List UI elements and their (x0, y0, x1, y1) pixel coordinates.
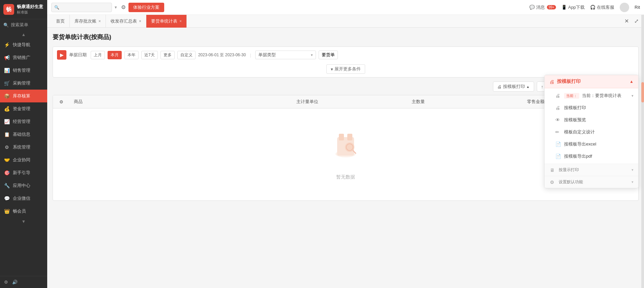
dropdown-item-export-excel[interactable]: 📄 按模板导出excel (545, 138, 638, 150)
tab-order-stats[interactable]: 要货单统计表 × (146, 15, 187, 28)
online-service-btn[interactable]: 🎧 在线客服 (590, 4, 614, 10)
topbar-chevron-icon[interactable]: ▾ (115, 5, 117, 10)
col-settings[interactable]: ⚙ (53, 99, 70, 104)
order-type-label: 要货单 (322, 52, 335, 58)
print-arrow-icon: ▲ (526, 85, 530, 89)
tab-summary-label: 收发存汇总表 (111, 18, 137, 24)
date-btn-last-month[interactable]: 上月 (91, 51, 105, 59)
member-icon: 👑 (3, 209, 10, 214)
right-scrollbar[interactable] (641, 15, 644, 288)
filter-bar: ▶ 单据日期 上月 本月 本年 近7天 更多 自定义 2023-06-01 至 … (53, 46, 639, 77)
sidebar-search[interactable]: 🔍 搜索菜单 (0, 19, 47, 31)
user-avatar[interactable] (620, 3, 629, 12)
tab-close-btn[interactable]: ✕ (623, 17, 630, 26)
dropdown-item-template-design[interactable]: ✏ 模板自定义设计 (545, 126, 638, 138)
dropdown-set-default[interactable]: ⚙ 设置默认功能 ▾ (545, 176, 638, 188)
sidebar-item-sales[interactable]: 📊 销售管理 (0, 64, 47, 77)
date-btn-current-year[interactable]: 本年 (124, 51, 139, 59)
experience-btn[interactable]: 体验行业方案 (128, 3, 164, 12)
print-header-icon: 🖨 (549, 79, 554, 85)
online-service-label: 在线客服 (597, 4, 614, 10)
sidebar-item-purchase[interactable]: 🛒 采购管理 (0, 77, 47, 90)
date-btn-more[interactable]: 更多 (160, 51, 175, 59)
sidebar-item-member[interactable]: 👑 畅会员 (0, 205, 47, 218)
set-default-label: 设置默认功能 (559, 179, 632, 185)
tab-home[interactable]: 首页 (51, 15, 70, 28)
sidebar-item-inventory[interactable]: 📦 库存核算 (0, 90, 47, 102)
order-type-tag[interactable]: 要货单 (319, 51, 338, 59)
display-print-icon: 🖥 (550, 167, 555, 173)
tab-order-stats-close[interactable]: × (179, 19, 182, 24)
speaker-icon[interactable]: 🔊 (12, 280, 18, 285)
print-template-btn[interactable]: 🖨 按模板打印 ▲ (493, 82, 534, 92)
tab-summary-close[interactable]: × (139, 19, 141, 24)
scroll-up-btn[interactable]: ▲ (0, 31, 47, 38)
dropdown-header-arrow-icon: ▲ (630, 79, 634, 84)
message-btn[interactable]: 💬 消息 99+ (529, 4, 556, 10)
tab-batch[interactable]: 库存批次账 × (70, 15, 106, 28)
shortcut-icon: ⚡ (3, 42, 10, 47)
col-settings-icon: ⚙ (59, 99, 63, 104)
col-unit: 主计量单位 (292, 99, 408, 105)
date-btn-current-month[interactable]: 本月 (108, 51, 122, 59)
tab-summary[interactable]: 收发存汇总表 × (106, 15, 146, 28)
dropdown-header[interactable]: 🖨 按模板打印 ▲ (545, 75, 638, 88)
tabbar: 首页 库存批次账 × 收发存汇总表 × 要货单统计表 × ✕ ⤢ (47, 15, 644, 28)
headset-icon: 🎧 (590, 5, 595, 10)
export-icon: ↑ (541, 84, 544, 89)
app-title: 畅康通好生意 (17, 4, 43, 10)
dropdown-header-label: 按模板打印 (557, 78, 630, 85)
current-arrow-icon: ▾ (632, 94, 634, 98)
sidebar-item-label: 销售管理 (13, 67, 44, 73)
current-label: 当前：要货单统计表 (582, 93, 632, 99)
dropdown-item-export-pdf[interactable]: 📄 按模板导出pdf (545, 150, 638, 162)
expand-more-btn[interactable]: ▾ 展开更多条件 (326, 64, 365, 74)
doc-type-arrow-icon: ▾ (311, 53, 313, 57)
filter-expand-icon[interactable]: ▶ (57, 50, 66, 60)
dropdown-current-item[interactable]: 🖨 当前： 当前：要货单统计表 ▾ (545, 90, 638, 102)
app-download-icon: 📱 (561, 5, 567, 10)
sidebar-item-basic[interactable]: 📋 基础信息 (0, 128, 47, 141)
scrollbar-thumb[interactable] (641, 82, 644, 102)
sidebar-item-shortcut[interactable]: ⚡ 快捷导航 (0, 38, 47, 51)
sidebar-item-operation[interactable]: 📈 经营管理 (0, 115, 47, 128)
template-design-icon: ✏ (555, 129, 561, 135)
empty-icon (329, 129, 362, 169)
sidebar-item-label: 营销推广 (13, 55, 44, 61)
sidebar-item-system[interactable]: ⚙ 系统管理 (0, 141, 47, 154)
app-download-btn[interactable]: 📱 App下载 (561, 4, 585, 10)
date-btn-7days[interactable]: 近7天 (141, 51, 158, 59)
scroll-down-btn[interactable]: ▼ (0, 218, 47, 225)
sidebar-item-label: 采购管理 (13, 80, 44, 86)
sidebar-item-label: 企业微信 (13, 195, 44, 201)
username-label: Rit (635, 5, 640, 10)
dropdown-display-print[interactable]: 🖥 按显示打印 ▾ (545, 164, 638, 176)
dropdown-item-template-preview[interactable]: 👁 按模板预览 (545, 114, 638, 126)
sidebar-item-label: 快捷导航 (13, 42, 44, 48)
sidebar-item-wechat[interactable]: 💬 企业微信 (0, 192, 47, 205)
guide-icon: 🎯 (3, 170, 10, 175)
sidebar-item-finance[interactable]: 💰 资金管理 (0, 102, 47, 115)
set-default-icon: ⚙ (550, 180, 555, 185)
doc-type-select[interactable]: 单据类型 ▾ (255, 51, 316, 59)
topbar-settings-icon[interactable]: ⚙ (121, 4, 126, 10)
sidebar-item-label: 应用中心 (13, 183, 44, 189)
sidebar-item-cooperation[interactable]: 🤝 企业协同 (0, 154, 47, 166)
sidebar-bottom: ⚙ 🔊 (0, 276, 47, 288)
tab-maximize-btn[interactable]: ⤢ (633, 17, 640, 26)
dropdown-item-template-print[interactable]: 🖨 按模板打印 (545, 102, 638, 114)
sidebar-item-guide[interactable]: 🎯 新手引导 (0, 166, 47, 179)
tab-batch-close[interactable]: × (98, 19, 101, 24)
finance-icon: 💰 (3, 106, 10, 111)
topbar-search[interactable]: 🔍 (51, 3, 112, 12)
current-icon: 🖨 (555, 93, 561, 98)
doc-type-label: 单据类型 (258, 52, 311, 58)
export-pdf-label: 按模板导出pdf (564, 153, 634, 159)
settings-icon[interactable]: ⚙ (4, 280, 8, 285)
print-dropdown: 🖨 按模板打印 ▲ 🖨 当前： 当前：要货单统计表 ▾ 🖨 按模板打印 👁 按模 (544, 75, 639, 188)
sidebar-item-marketing[interactable]: 📢 营销推广 (0, 51, 47, 64)
col-qty: 主数量 (408, 99, 523, 105)
date-btn-custom[interactable]: 自定义 (177, 51, 196, 59)
sidebar-item-apps[interactable]: 🔧 应用中心 (0, 179, 47, 192)
main-area: 🔍 ▾ ⚙ 体验行业方案 💬 消息 99+ 📱 App下载 🎧 在线客服 Rit (47, 0, 644, 288)
